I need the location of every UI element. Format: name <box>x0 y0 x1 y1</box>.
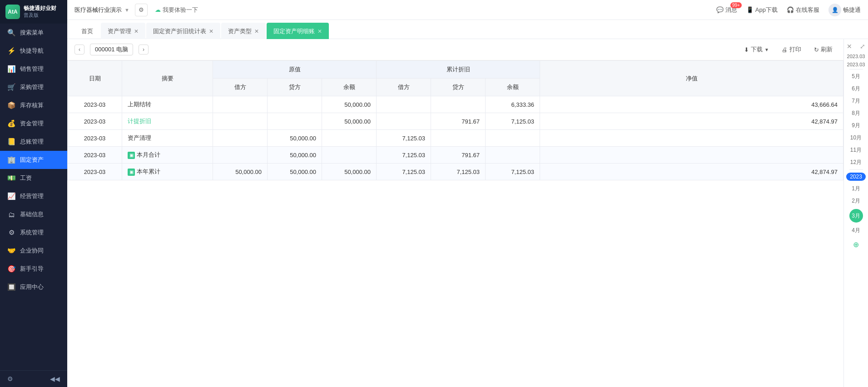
timeline-close-icon[interactable]: ✕ <box>847 43 852 50</box>
experience-btn[interactable]: ☁ 我要体验一下 <box>155 6 198 14</box>
timeline-month-2[interactable]: 2月 <box>844 195 868 207</box>
sidebar-item-payroll[interactable]: 💵 工资 <box>0 169 67 187</box>
sidebar-item-basic-info[interactable]: 🗂 基础信息 <box>0 205 67 223</box>
timeline-month-5[interactable]: 5月 <box>844 70 868 83</box>
logo-icon: AtA <box>5 5 20 19</box>
timeline-month-11[interactable]: 11月 <box>844 144 868 156</box>
sidebar-footer: ⚙ ◀◀ <box>0 370 67 387</box>
th-accum-credit: 贷方 <box>431 79 486 96</box>
sidebar-item-label: 搜索菜单 <box>20 29 44 37</box>
app-download-btn[interactable]: 📱 App下载 <box>746 6 778 14</box>
timeline-separator-1 <box>849 69 863 69</box>
sidebar-item-label: 库存核算 <box>20 101 44 109</box>
cell-orig-credit: 50,000.00 <box>268 164 322 180</box>
experience-icon: ☁ <box>155 6 161 13</box>
timeline-month-7[interactable]: 7月 <box>844 95 868 107</box>
cell-orig-debit <box>213 147 268 164</box>
sidebar-item-label: 应用中心 <box>20 283 44 291</box>
tab-close-fixed-detail[interactable]: ✕ <box>317 28 322 35</box>
cell-date: 2023-03 <box>68 130 122 147</box>
cell-orig-balance <box>322 130 377 147</box>
sidebar-item-quick-nav[interactable]: ⚡ 快捷导航 <box>0 42 67 60</box>
tab-asset-type[interactable]: 资产类型 ✕ <box>221 23 266 39</box>
timeline-month-4[interactable]: 4月 <box>844 224 868 237</box>
timeline-scroll-down[interactable]: ⊕ <box>853 240 859 249</box>
tab-close-asset-type[interactable]: ✕ <box>254 28 259 35</box>
customer-service-icon: 🎧 <box>787 6 794 13</box>
timeline-month-1[interactable]: 1月 <box>844 183 868 195</box>
sidebar-item-inventory[interactable]: 📦 库存核算 <box>0 96 67 114</box>
cell-net-value <box>540 130 843 147</box>
timeline-expand-icon[interactable]: ⤢ <box>860 43 865 50</box>
refresh-label: 刷新 <box>821 45 833 54</box>
table-row: 2023-03 ▣本年累计 50,000.00 50,000.00 50,000… <box>68 164 843 180</box>
timeline-month-6[interactable]: 6月 <box>844 83 868 95</box>
tab-asset-mgmt[interactable]: 资产管理 ✕ <box>101 23 145 39</box>
tab-home[interactable]: 首页 <box>74 23 100 39</box>
prev-arrow[interactable]: ‹ <box>74 45 84 55</box>
cell-date: 2023-03 <box>68 164 122 180</box>
company-selector[interactable]: 医疗器械行业演示 ▼ <box>74 6 129 14</box>
sidebar-item-operations[interactable]: 📈 经营管理 <box>0 187 67 205</box>
th-orig-credit: 贷方 <box>268 79 322 96</box>
next-arrow[interactable]: › <box>139 45 149 55</box>
experience-label: 我要体验一下 <box>163 6 198 14</box>
sidebar-item-search[interactable]: 🔍 搜索菜单 <box>0 24 67 42</box>
timeline-month-12[interactable]: 12月 <box>844 156 868 169</box>
th-net-value: 净值 <box>540 61 843 96</box>
topbar-settings-btn[interactable]: ⚙ <box>135 4 148 16</box>
tab-close-fixed-depreciation[interactable]: ✕ <box>209 28 213 35</box>
tab-close-asset-mgmt[interactable]: ✕ <box>134 28 139 35</box>
user-info[interactable]: 👤 畅捷通 <box>828 4 861 16</box>
sidebar-item-ledger[interactable]: 📒 总账管理 <box>0 133 67 151</box>
table-row: 2023-03 ▣本月合计 50,000.00 7,125.03 791.67 <box>68 147 843 164</box>
company-dropdown-icon: ▼ <box>124 7 129 13</box>
th-original-value: 原值 <box>213 61 377 79</box>
operations-icon: 📈 <box>7 192 15 200</box>
timeline-year-2023[interactable]: 2023 <box>846 173 866 181</box>
sidebar-item-sales[interactable]: 📊 销售管理 <box>0 60 67 78</box>
table-body: 2023-03 上期结转 50,000.00 6,333.36 43,666.6… <box>68 96 843 180</box>
tab-asset-type-label: 资产类型 <box>228 27 252 35</box>
sidebar-item-app-center[interactable]: 🔲 应用中心 <box>0 278 67 296</box>
settings-icon: ⚙ <box>139 6 144 13</box>
toolbar-right: ⬇ 下载 ▼ 🖨 打印 ↻ 刷新 <box>740 44 836 55</box>
print-btn[interactable]: 🖨 打印 <box>778 44 805 55</box>
customer-service-btn[interactable]: 🎧 在线客服 <box>787 6 819 14</box>
download-label: 下载 <box>751 45 763 54</box>
app-version: 普及版 <box>24 12 56 19</box>
th-orig-debit: 借方 <box>213 79 268 96</box>
timeline-month-3-active[interactable]: 3月 <box>849 209 863 223</box>
footer-collapse-icon[interactable]: ◀◀ <box>50 375 60 382</box>
timeline-month-8[interactable]: 8月 <box>844 107 868 119</box>
ledger-icon: 📒 <box>7 138 15 146</box>
sidebar-item-label: 快捷导航 <box>20 47 44 55</box>
sidebar-item-purchase[interactable]: 🛒 采购管理 <box>0 78 67 96</box>
sidebar-item-guide[interactable]: 🎯 新手引导 <box>0 260 67 278</box>
cell-orig-debit: 50,000.00 <box>213 164 268 180</box>
refresh-btn[interactable]: ↻ 刷新 <box>810 44 836 55</box>
th-summary: 摘要 <box>122 61 213 96</box>
footer-settings-icon[interactable]: ⚙ <box>7 375 13 382</box>
company-name: 医疗器械行业演示 <box>74 6 122 14</box>
fixed-assets-icon: 🏢 <box>7 156 15 164</box>
tab-fixed-depreciation[interactable]: 固定资产折旧统计表 ✕ <box>146 23 220 39</box>
cell-accum-credit: 7,125.03 <box>431 164 486 180</box>
sidebar-item-enterprise[interactable]: 🤝 企业协同 <box>0 242 67 260</box>
download-btn[interactable]: ⬇ 下载 ▼ <box>740 44 773 55</box>
sidebar-item-label: 经营管理 <box>20 192 44 200</box>
purchase-icon: 🛒 <box>7 83 15 91</box>
timeline-month-10[interactable]: 10月 <box>844 132 868 144</box>
sidebar-item-label: 总账管理 <box>20 138 44 146</box>
sidebar-item-funds[interactable]: 💰 资金管理 <box>0 114 67 133</box>
tab-fixed-detail[interactable]: 固定资产明细账 ✕ <box>267 23 329 39</box>
timeline-month-9[interactable]: 9月 <box>844 119 868 132</box>
cell-date: 2023-03 <box>68 147 122 164</box>
sidebar-item-fixed-assets[interactable]: 🏢 固定资产 <box>0 151 67 169</box>
cell-orig-credit <box>268 96 322 113</box>
message-btn[interactable]: 💬 消息 99+ <box>716 6 737 14</box>
cell-orig-debit <box>213 96 268 113</box>
cell-orig-balance: 50,000.00 <box>322 96 377 113</box>
sidebar-item-sys-manage[interactable]: ⚙ 系统管理 <box>0 223 67 242</box>
sales-icon: 📊 <box>7 65 15 73</box>
